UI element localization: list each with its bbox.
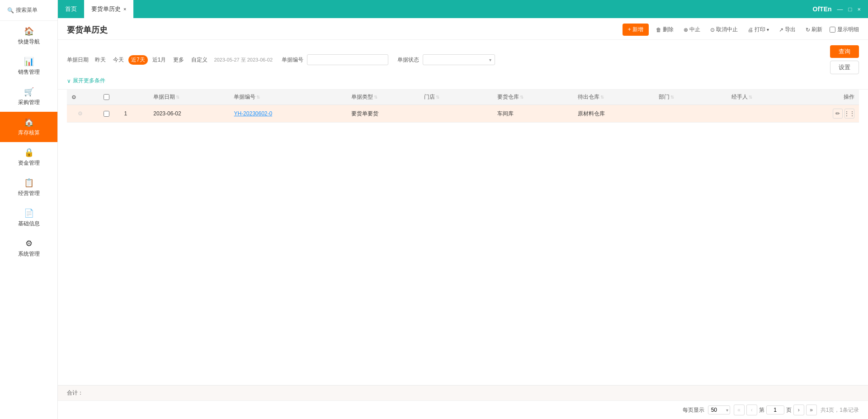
cancel-stop-button[interactable]: ⊙ 取消中止	[708, 24, 741, 35]
settings-button[interactable]: 设置	[830, 61, 859, 74]
th-shop: 门店⇅	[420, 90, 493, 105]
date-shortcut-more[interactable]: 更多	[170, 55, 187, 65]
stop-button[interactable]: ⊗ 中止	[681, 24, 703, 35]
export-button[interactable]: ↗ 导出	[776, 24, 798, 35]
sidebar-search-label: 搜索菜单	[16, 6, 38, 14]
sidebar-item-system[interactable]: ⚙ 系统管理	[0, 233, 57, 263]
inventory-icon: 🏠	[24, 117, 34, 127]
billno-filter-label: 单据编号	[282, 56, 303, 64]
date-filter-label: 单据日期	[67, 56, 89, 64]
row-edit-icon[interactable]: ✏	[833, 109, 843, 119]
sidebar-label-sales: 销售管理	[18, 68, 40, 76]
sort-pend-wh-icon[interactable]: ⇅	[600, 95, 604, 100]
last-page-btn[interactable]: »	[806, 405, 817, 415]
status-select[interactable]	[423, 54, 495, 65]
row-shop	[420, 105, 493, 123]
expand-label: 展开更多条件	[73, 77, 105, 85]
summary-label: 合计：	[67, 389, 83, 397]
th-check	[93, 90, 119, 105]
row-settings-icon[interactable]: ⚙	[67, 105, 93, 123]
date-shortcut-custom[interactable]: 自定义	[189, 55, 210, 65]
row-dept	[654, 105, 727, 123]
tab-active[interactable]: 要货单历史 ×	[84, 0, 133, 18]
print-button[interactable]: 🖨 打印 ▾	[745, 24, 772, 35]
table-header-row: ⚙ 单据日期⇅ 单据编号⇅	[67, 90, 859, 105]
page-size-select[interactable]: 102050100	[708, 405, 730, 414]
sidebar-item-finance[interactable]: 🔒 资金管理	[0, 142, 57, 172]
footer-summary: 合计：	[58, 385, 868, 400]
table-area: ⚙ 单据日期⇅ 单据编号⇅	[58, 90, 868, 385]
date-shortcuts: 昨天今天近7天近1月更多自定义	[92, 55, 210, 65]
select-all-checkbox[interactable]	[104, 94, 109, 100]
table-body: ⚙ 1 2023-06-02 YH-20230602-0 要货单要货 车间库 原…	[67, 105, 859, 123]
print-dropdown-icon: ▾	[767, 27, 769, 32]
home-tab-label: 首页	[65, 5, 77, 13]
page-number-input[interactable]	[766, 405, 784, 414]
table-row: ⚙ 1 2023-06-02 YH-20230602-0 要货单要货 车间库 原…	[67, 105, 859, 123]
sidebar-item-base-info[interactable]: 📄 基础信息	[0, 203, 57, 233]
date-shortcut-today[interactable]: 今天	[110, 55, 127, 65]
search-button[interactable]: 查询	[830, 45, 859, 58]
brand-label: OfTEn	[813, 5, 832, 13]
active-tab-label: 要货单历史	[91, 5, 121, 13]
sort-handler-icon[interactable]: ⇅	[749, 95, 752, 100]
status-filter-label: 单据状态	[397, 56, 419, 64]
first-page-btn[interactable]: «	[734, 405, 745, 415]
sidebar-label-finance: 资金管理	[18, 159, 40, 167]
window-close-btn[interactable]: ×	[857, 6, 861, 13]
sidebar-item-purchase[interactable]: 🛒 采购管理	[0, 81, 57, 112]
main-area: 首页 要货单历史 × OfTEn — □ × 要货单历史 + 新增 🗑 删除 ⊗	[58, 0, 868, 419]
display-detail-label: 显示明细	[837, 26, 859, 33]
row-billno-link[interactable]: YH-20230602-0	[234, 110, 272, 117]
prev-page-btn[interactable]: ‹	[746, 405, 757, 415]
row-ops: ✏ ⋮⋮	[800, 105, 859, 123]
sidebar-item-quick-nav[interactable]: 🏠 快捷导航	[0, 21, 57, 51]
sidebar-search-btn[interactable]: 🔍 搜索菜单	[4, 4, 54, 17]
refresh-button[interactable]: ↻ 刷新	[803, 24, 825, 35]
delete-button[interactable]: 🗑 删除	[653, 24, 676, 35]
maximize-btn[interactable]: □	[849, 6, 852, 13]
sort-type-icon[interactable]: ⇅	[374, 95, 377, 100]
sidebar-label-system: 系统管理	[18, 250, 40, 258]
date-shortcut-last7[interactable]: 近7天	[128, 55, 148, 65]
sort-req-wh-icon[interactable]: ⇅	[520, 95, 524, 100]
display-detail-toggle[interactable]: 显示明细	[830, 26, 859, 33]
operation-icon: 📋	[24, 178, 34, 188]
page-suffix: 页	[786, 406, 792, 414]
sort-billno-icon[interactable]: ⇅	[256, 95, 260, 100]
th-type: 单据类型⇅	[347, 90, 420, 105]
expand-more-btn[interactable]: ∨ 展开更多条件	[67, 74, 859, 87]
row-checkbox[interactable]	[104, 111, 109, 117]
sort-date-icon[interactable]: ⇅	[176, 95, 179, 100]
billno-input[interactable]	[307, 54, 388, 65]
new-button[interactable]: + 新增	[623, 24, 649, 36]
filter-row: 单据日期 昨天今天近7天近1月更多自定义 2023-05-27 至 2023-0…	[67, 45, 859, 74]
row-pend-wh: 原材料仓库	[573, 105, 654, 123]
row-handler	[727, 105, 800, 123]
sidebar-item-operation[interactable]: 📋 经营管理	[0, 172, 57, 203]
date-shortcut-yesterday[interactable]: 昨天	[92, 55, 108, 65]
th-date: 单据日期⇅	[149, 90, 229, 105]
minimize-btn[interactable]: —	[837, 6, 843, 13]
sidebar-item-inventory[interactable]: 🏠 库存核算	[0, 112, 57, 142]
display-detail-checkbox[interactable]	[830, 27, 835, 33]
date-shortcut-last_month[interactable]: 近1月	[150, 55, 169, 65]
row-num: 1	[120, 105, 149, 123]
sort-shop-icon[interactable]: ⇅	[436, 95, 439, 100]
refresh-icon: ↻	[806, 27, 810, 33]
topbar: 首页 要货单历史 × OfTEn — □ ×	[58, 0, 868, 18]
print-icon: 🖨	[748, 27, 753, 33]
sidebar-label-purchase: 采购管理	[18, 99, 40, 106]
next-page-btn[interactable]: ›	[793, 405, 804, 415]
search-icon: 🔍	[7, 7, 14, 14]
export-icon: ↗	[779, 27, 783, 33]
sort-dept-icon[interactable]: ⇅	[670, 95, 674, 100]
expand-icon: ∨	[67, 78, 71, 84]
page-header: 要货单历史 + 新增 🗑 删除 ⊗ 中止 ⊙ 取消中止 🖨 打印	[58, 18, 868, 40]
tab-home[interactable]: 首页	[58, 0, 84, 18]
close-tab-icon[interactable]: ×	[123, 6, 126, 12]
row-delete-icon[interactable]: ⋮⋮	[844, 109, 854, 119]
sidebar-label-base-info: 基础信息	[18, 220, 40, 228]
sidebar-item-sales[interactable]: 📊 销售管理	[0, 51, 57, 81]
th-num	[120, 90, 149, 105]
